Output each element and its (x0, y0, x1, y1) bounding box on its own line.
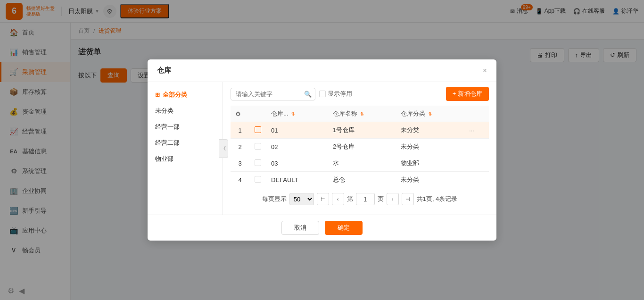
modal-overlay[interactable]: 仓库 × ⊞ 全部分类 未分类 经营一部 经营二部 (0, 0, 644, 300)
row-name: 1号仓库 (328, 122, 396, 139)
category-collapse-button[interactable]: 《 (219, 139, 228, 158)
modal-toolbar: 🔍 显示停用 + 新增仓库 (231, 87, 489, 101)
modal-body: ⊞ 全部分类 未分类 经营一部 经营二部 物业部 《 (148, 82, 496, 215)
modal-close-button[interactable]: × (483, 67, 487, 75)
table-row[interactable]: 4 DEFAULT 总仓 未分类 (231, 172, 489, 188)
row-num: 3 (231, 155, 249, 172)
row-num: 1 (231, 122, 249, 139)
category-op1[interactable]: 经营一部 (148, 119, 223, 135)
row-category: 物业部 (396, 155, 464, 172)
grid-icon: ⊞ (155, 92, 160, 98)
row-more[interactable] (464, 155, 489, 172)
row-code: 02 (266, 139, 328, 155)
category-prop[interactable]: 物业部 (148, 151, 223, 167)
sort-icon-code: ⇅ (291, 111, 295, 117)
row-more[interactable] (464, 172, 489, 188)
search-wrap: 🔍 (231, 88, 315, 100)
col-code[interactable]: 仓库... ⇅ (266, 106, 328, 122)
search-icon[interactable]: 🔍 (304, 91, 312, 98)
modal-footer: 取消 确定 (148, 215, 496, 241)
row-num: 4 (231, 172, 249, 188)
row-checkbox[interactable] (249, 172, 266, 188)
row-name: 总仓 (328, 172, 396, 188)
category-unclassified[interactable]: 未分类 (148, 103, 223, 119)
row-checkbox[interactable] (249, 155, 266, 172)
row-code: 01 (266, 122, 328, 139)
search-input[interactable] (231, 88, 315, 100)
table-header-row: ⚙ 仓库... ⇅ 仓库名称 ⇅ (231, 106, 489, 122)
category-all[interactable]: ⊞ 全部分类 (148, 87, 223, 103)
col-gear[interactable]: ⚙ (231, 106, 249, 122)
col-category[interactable]: 仓库分类 ⇅ (396, 106, 464, 122)
row-checkbox[interactable] (249, 139, 266, 155)
show-disabled-toggle[interactable]: 显示停用 (319, 90, 352, 98)
warehouse-modal: 仓库 × ⊞ 全部分类 未分类 经营一部 经营二部 (148, 59, 496, 241)
modal-table-area: 🔍 显示停用 + 新增仓库 ⚙ (223, 82, 496, 215)
col-check (249, 106, 266, 122)
col-actions (464, 106, 489, 122)
sort-icon-category: ⇅ (428, 111, 432, 117)
next-page-button[interactable]: › (387, 193, 399, 205)
table-wrapper: ⚙ 仓库... ⇅ 仓库名称 ⇅ (231, 106, 489, 188)
row-category: 未分类 (396, 139, 464, 155)
per-page-select[interactable]: 10 20 50 100 (289, 193, 314, 205)
cancel-button[interactable]: 取消 (281, 221, 319, 235)
warehouse-table: ⚙ 仓库... ⇅ 仓库名称 ⇅ (231, 106, 489, 188)
last-page-button[interactable]: ⊣ (402, 193, 414, 205)
first-page-button[interactable]: ⊢ (317, 193, 329, 205)
row-more[interactable] (464, 139, 489, 155)
disabled-checkbox[interactable] (319, 91, 326, 97)
modal-title: 仓库 (157, 66, 171, 75)
row-category: 未分类 (396, 122, 464, 139)
row-code: 03 (266, 155, 328, 172)
pagination: 每页显示 10 20 50 100 ⊢ ‹ 第 页 › ⊣ 共1页, 4条记录 (231, 188, 489, 210)
table-row[interactable]: 2 02 2号仓库 未分类 (231, 139, 489, 155)
row-name: 水 (328, 155, 396, 172)
confirm-button[interactable]: 确定 (325, 221, 363, 235)
sort-icon-name: ⇅ (360, 111, 364, 117)
row-category: 未分类 (396, 172, 464, 188)
modal-header: 仓库 × (148, 59, 496, 82)
row-num: 2 (231, 139, 249, 155)
row-more[interactable]: ··· (464, 122, 489, 139)
col-name[interactable]: 仓库名称 ⇅ (328, 106, 396, 122)
table-row[interactable]: 1 01 1号仓库 未分类 ··· (231, 122, 489, 139)
add-warehouse-button[interactable]: + 新增仓库 (446, 87, 489, 101)
page-input[interactable] (356, 193, 375, 205)
category-sidebar: ⊞ 全部分类 未分类 经营一部 经营二部 物业部 《 (148, 82, 223, 215)
row-checkbox[interactable] (249, 122, 266, 139)
prev-page-button[interactable]: ‹ (332, 193, 344, 205)
category-op2[interactable]: 经营二部 (148, 135, 223, 151)
row-name: 2号仓库 (328, 139, 396, 155)
table-row[interactable]: 3 03 水 物业部 (231, 155, 489, 172)
row-code: DEFAULT (266, 172, 328, 188)
